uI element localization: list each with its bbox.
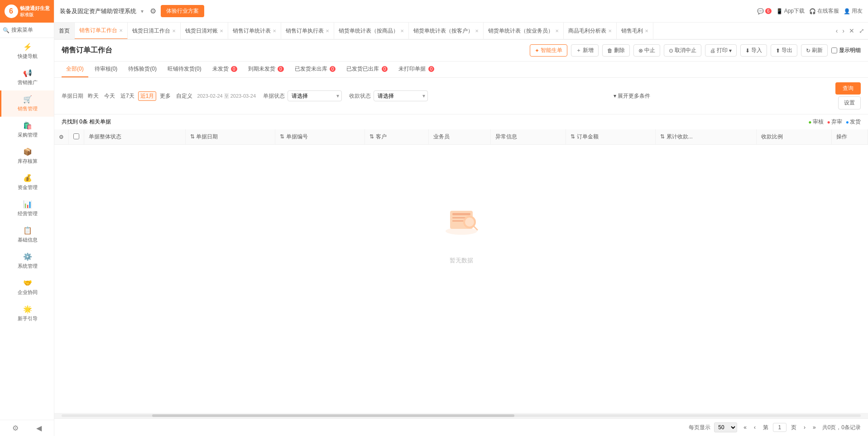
- close-tab-icon[interactable]: ✕: [400, 28, 404, 33]
- gear-button[interactable]: ⚙: [150, 7, 156, 15]
- th-number[interactable]: ⇅ 单据编号: [275, 129, 365, 145]
- expand-more-button[interactable]: ▾ 展开更多条件: [610, 90, 654, 102]
- first-page-button[interactable]: «: [741, 423, 749, 431]
- collapse-icon[interactable]: ◀: [36, 424, 42, 432]
- show-detail-checkbox[interactable]: 显示明细: [831, 47, 861, 54]
- sidebar-item-purchase[interactable]: 🛍️ 采购管理: [0, 117, 54, 143]
- th-staff[interactable]: 业务员: [428, 129, 490, 145]
- user-area[interactable]: 👤 用友: [844, 7, 863, 15]
- settings-icon[interactable]: ⚙: [12, 424, 19, 432]
- refresh-button[interactable]: ↻ 刷新: [801, 44, 828, 57]
- show-detail-input[interactable]: [831, 47, 837, 53]
- tab-next-icon[interactable]: ›: [840, 26, 846, 35]
- date-7days[interactable]: 近7天: [119, 92, 136, 100]
- sub-tab-not-shipped[interactable]: 未发货 0: [208, 62, 242, 77]
- th-date[interactable]: ⇅ 单据日期: [185, 129, 275, 145]
- tab-sales-profit[interactable]: 销售毛利 ✕: [617, 23, 653, 39]
- close-tab-icon[interactable]: ✕: [608, 28, 612, 33]
- sub-tab-pending-check[interactable]: 待拣验货(0): [124, 62, 161, 77]
- sidebar-item-marketing[interactable]: 📢 营销推广: [0, 64, 54, 90]
- tab-sales-execute[interactable]: 销售订单执行表 ✕: [281, 23, 334, 39]
- last-page-button[interactable]: »: [810, 423, 819, 431]
- unreview-button[interactable]: ● 弃审: [827, 118, 842, 126]
- status-select[interactable]: 请选择: [288, 90, 342, 101]
- tab-sales-summary-staff[interactable]: 销货单统计表（按业务员） ✕: [484, 23, 564, 39]
- tab-product-margin[interactable]: 商品毛利分析表 ✕: [564, 23, 617, 39]
- sidebar-item-finance[interactable]: 💰 资金管理: [0, 169, 54, 195]
- sidebar-item-quick-nav[interactable]: ⚡ 快捷导航: [0, 38, 54, 64]
- print-button[interactable]: 🖨 打印 ▾: [705, 44, 737, 57]
- close-tab-icon[interactable]: ✕: [172, 28, 176, 33]
- sidebar-item-sales[interactable]: 🛒 销售管理: [0, 90, 54, 117]
- message-area[interactable]: 💬 6: [757, 8, 772, 14]
- sidebar-item-guide[interactable]: 🌟 新手引导: [0, 300, 54, 327]
- import-button[interactable]: ⬇ 导入: [740, 44, 767, 57]
- th-amount[interactable]: ⇅ 订单金额: [566, 129, 656, 145]
- add-button[interactable]: ＋ 新增: [571, 44, 599, 57]
- sidebar-item-operations[interactable]: 📊 经营管理: [0, 195, 54, 222]
- query-button[interactable]: 查询: [835, 82, 861, 95]
- sub-tab-shipped-out[interactable]: 已发货已出库 0: [342, 62, 392, 77]
- sidebar-item-inventory[interactable]: 📦 库存核算: [0, 143, 54, 169]
- payment-select[interactable]: 请选择: [374, 90, 428, 101]
- current-page-input[interactable]: 1: [773, 423, 786, 432]
- date-yesterday[interactable]: 昨天: [86, 92, 101, 100]
- review-button[interactable]: ● 审核: [808, 118, 823, 126]
- stop-button[interactable]: ⊗ 中止: [633, 44, 660, 57]
- th-customer[interactable]: ⇅ 客户: [365, 129, 428, 145]
- tab-close-all-icon[interactable]: ✕: [847, 26, 856, 35]
- th-abnormal[interactable]: 异常信息: [491, 129, 566, 145]
- scroll-bar[interactable]: [54, 413, 868, 418]
- sub-tab-shipped-not-out[interactable]: 已发货未出库 0: [290, 62, 340, 77]
- print-dropdown-icon[interactable]: ▾: [729, 47, 732, 54]
- scroll-thumb[interactable]: [152, 414, 514, 417]
- tab-sales-stats[interactable]: 销售订单统计表 ✕: [228, 23, 281, 39]
- sub-tab-wangpu[interactable]: 旺铺待发货(0): [163, 62, 206, 77]
- th-collected[interactable]: ⇅ 累计收款...: [656, 129, 756, 145]
- next-page-button[interactable]: ›: [801, 423, 808, 431]
- date-more[interactable]: 更多: [158, 92, 173, 100]
- page-size-select[interactable]: 50 10 20 100: [714, 422, 737, 432]
- sub-tab-pending-review[interactable]: 待审核(0): [90, 62, 122, 77]
- close-tab-icon[interactable]: ✕: [645, 28, 648, 33]
- ship-button[interactable]: ● 发货: [846, 118, 861, 126]
- tab-home[interactable]: 首页: [54, 23, 75, 39]
- tab-expand-icon[interactable]: ⤢: [857, 26, 866, 35]
- cancel-stop-button[interactable]: ⊙ 取消中止: [664, 44, 701, 57]
- close-tab-icon[interactable]: ✕: [326, 28, 329, 33]
- date-1month[interactable]: 近1月: [138, 91, 157, 101]
- sub-tab-expired-unshipped[interactable]: 到期未发货 0: [244, 62, 288, 77]
- sidebar-search[interactable]: 🔍 搜索菜单: [0, 23, 54, 38]
- sub-tab-all[interactable]: 全部(0): [62, 62, 88, 77]
- dropdown-arrow[interactable]: ▾: [141, 8, 144, 14]
- industry-button[interactable]: 体验行业方案: [161, 5, 204, 17]
- close-tab-icon[interactable]: ✕: [220, 28, 223, 33]
- set-button[interactable]: 设置: [838, 96, 861, 109]
- tab-sales-summary-product[interactable]: 销货单统计表（按商品） ✕: [334, 23, 409, 39]
- app-download[interactable]: 📱 App下载: [776, 7, 805, 15]
- delete-button[interactable]: 🗑 删除: [602, 44, 630, 57]
- sidebar-item-enterprise[interactable]: 🤝 企业协同: [0, 274, 54, 300]
- sub-tab-not-printed[interactable]: 未打印单据 0: [394, 62, 439, 77]
- date-today[interactable]: 今天: [102, 92, 117, 100]
- smart-generate-button[interactable]: ✦ 智能生单: [530, 44, 567, 57]
- close-tab-icon[interactable]: ✕: [555, 28, 559, 33]
- tab-cash-daily[interactable]: 钱货日清工作台 ✕: [128, 23, 181, 39]
- sidebar-item-basic[interactable]: 📋 基础信息: [0, 222, 54, 248]
- tab-sales-workbench[interactable]: 销售订单工作台 ✕: [75, 23, 128, 39]
- export-button[interactable]: ⬆ 导出: [771, 44, 797, 57]
- th-ratio[interactable]: 收款比例: [756, 129, 831, 145]
- sidebar-item-system[interactable]: ⚙️ 系统管理: [0, 248, 54, 274]
- tab-cash-reconcile[interactable]: 钱货日清对账 ✕: [181, 23, 228, 39]
- th-status[interactable]: 单据整体状态: [84, 129, 186, 145]
- th-settings[interactable]: ⚙: [54, 129, 69, 145]
- tab-prev-icon[interactable]: ‹: [834, 26, 840, 35]
- tab-sales-summary-customer[interactable]: 销货单统计表（按客户） ✕: [409, 23, 484, 39]
- close-tab-icon[interactable]: ✕: [119, 28, 123, 33]
- prev-page-button[interactable]: ‹: [751, 423, 758, 431]
- online-service[interactable]: 🎧 在线客服: [809, 7, 839, 15]
- close-tab-icon[interactable]: ✕: [475, 28, 479, 33]
- date-custom[interactable]: 自定义: [174, 92, 194, 100]
- close-tab-icon[interactable]: ✕: [273, 28, 276, 33]
- select-all-checkbox[interactable]: [73, 133, 79, 139]
